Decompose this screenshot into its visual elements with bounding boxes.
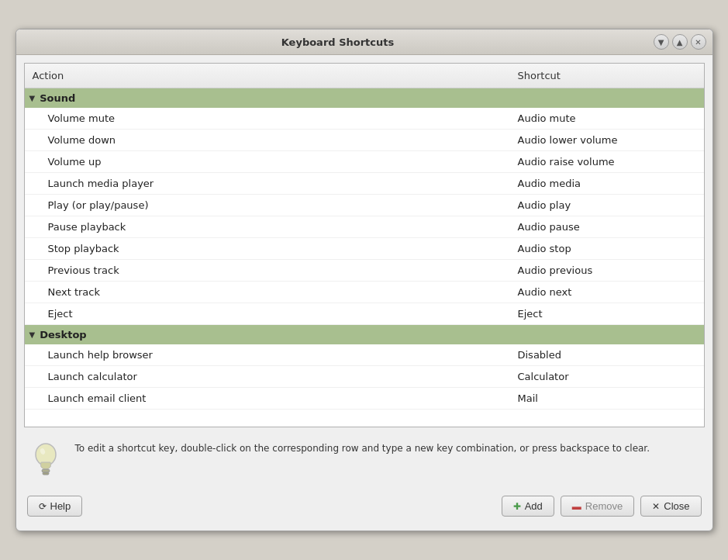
remove-icon: ▬ xyxy=(572,501,581,512)
shortcut-label: Audio play xyxy=(510,198,704,213)
shortcut-label: Calculator xyxy=(510,369,704,384)
close-button[interactable]: ✕ Close xyxy=(640,496,701,517)
shortcut-label: Audio stop xyxy=(510,241,704,256)
titlebar: Keyboard Shortcuts ▼ ▲ ✕ xyxy=(16,29,712,55)
add-label: Add xyxy=(525,500,543,512)
header-action: Action xyxy=(25,67,510,85)
close-label: Close xyxy=(664,500,689,512)
table-row[interactable]: Launch help browser Disabled xyxy=(25,344,704,366)
table-row[interactable]: Volume down Audio lower volume xyxy=(25,130,704,151)
table-row[interactable]: Volume mute Audio mute xyxy=(25,108,704,130)
group-arrow-desktop: ▼ xyxy=(29,330,36,339)
svg-rect-1 xyxy=(42,469,50,472)
action-label: Volume mute xyxy=(25,111,510,126)
shortcut-label: Audio lower volume xyxy=(510,133,704,147)
table-row[interactable]: Play (or play/pause) Audio play xyxy=(25,195,704,216)
help-label: Help xyxy=(50,500,71,512)
remove-button[interactable]: ▬ Remove xyxy=(561,496,634,517)
group-label-sound: Sound xyxy=(40,92,75,104)
shortcut-label: Audio previous xyxy=(510,263,704,278)
lightbulb-icon xyxy=(30,441,61,479)
action-label: Launch calculator xyxy=(25,369,510,384)
window-title: Keyboard Shortcuts xyxy=(22,36,654,48)
action-label: Stop playback xyxy=(25,241,510,256)
action-label: Previous track xyxy=(25,263,510,278)
action-label: Launch media player xyxy=(25,176,510,191)
shortcut-label: Audio next xyxy=(510,285,704,299)
action-label: Next track xyxy=(25,285,510,299)
shortcut-label: Eject xyxy=(510,306,704,321)
restore-button[interactable]: ▲ xyxy=(672,34,688,50)
titlebar-controls: ▼ ▲ ✕ xyxy=(654,34,706,50)
window-content: Action Shortcut ▼ Sound Volume mute Audi… xyxy=(16,55,712,531)
action-label: Volume up xyxy=(25,154,510,169)
shortcut-label: Disabled xyxy=(510,347,704,362)
action-label: Play (or play/pause) xyxy=(25,198,510,213)
table-row[interactable]: Launch email client Mail xyxy=(25,388,704,410)
keyboard-shortcuts-window: Keyboard Shortcuts ▼ ▲ ✕ Action Shortcut… xyxy=(16,29,713,531)
help-button[interactable]: ⟳ Help xyxy=(27,496,83,517)
info-text: To edit a shortcut key, double-click on … xyxy=(75,441,650,455)
add-icon: ✚ xyxy=(513,501,521,512)
group-label-desktop: Desktop xyxy=(40,329,86,340)
svg-rect-2 xyxy=(43,472,49,475)
info-section: To edit a shortcut key, double-click on … xyxy=(24,435,705,485)
group-desktop[interactable]: ▼ Desktop xyxy=(25,325,704,344)
shortcut-label: Audio media xyxy=(510,176,704,191)
group-arrow-sound: ▼ xyxy=(29,94,36,102)
header-shortcut: Shortcut xyxy=(510,67,704,85)
table-header: Action Shortcut xyxy=(25,64,704,88)
table-row[interactable]: Launch media player Audio media xyxy=(25,173,704,195)
table-row[interactable]: Volume up Audio raise volume xyxy=(25,151,704,173)
group-sound[interactable]: ▼ Sound xyxy=(25,88,704,108)
info-icon-container xyxy=(27,441,64,479)
help-icon: ⟳ xyxy=(39,501,47,512)
action-label: Volume down xyxy=(25,133,510,147)
minimize-button[interactable]: ▼ xyxy=(654,34,669,50)
table-body[interactable]: ▼ Sound Volume mute Audio mute Volume do… xyxy=(25,88,704,427)
shortcut-label: Audio mute xyxy=(510,111,704,126)
button-bar: ⟳ Help ✚ Add ▬ Remove ✕ Close xyxy=(24,493,705,523)
table-row[interactable]: Launch calculator Calculator xyxy=(25,366,704,388)
shortcuts-table: Action Shortcut ▼ Sound Volume mute Audi… xyxy=(24,63,705,427)
action-label: Launch help browser xyxy=(25,347,510,362)
shortcut-label: Audio pause xyxy=(510,220,704,234)
close-icon: ✕ xyxy=(652,501,660,512)
table-row[interactable]: Next track Audio next xyxy=(25,282,704,303)
table-row[interactable]: Pause playback Audio pause xyxy=(25,216,704,238)
remove-label: Remove xyxy=(585,500,623,512)
shortcut-label: Audio raise volume xyxy=(510,154,704,169)
table-row[interactable]: Eject Eject xyxy=(25,303,704,325)
action-label: Eject xyxy=(25,306,510,321)
table-row[interactable]: Stop playback Audio stop xyxy=(25,238,704,260)
shortcut-label: Mail xyxy=(510,391,704,406)
close-window-button[interactable]: ✕ xyxy=(691,34,706,50)
action-label: Pause playback xyxy=(25,220,510,234)
add-button[interactable]: ✚ Add xyxy=(502,496,554,517)
table-row[interactable]: Previous track Audio previous xyxy=(25,260,704,282)
action-label: Launch email client xyxy=(25,391,510,406)
